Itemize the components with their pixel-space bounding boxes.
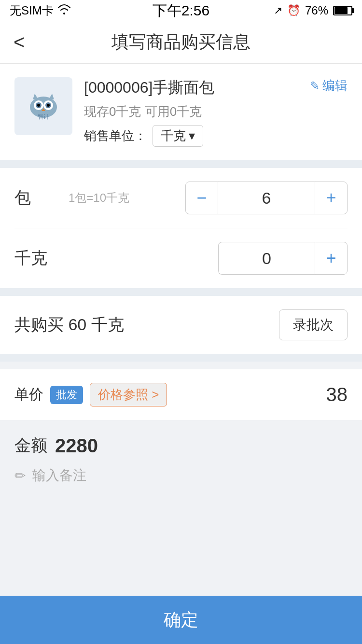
kg-input[interactable] [218, 242, 315, 275]
status-bar: 无SIM卡 下午2:56 ↗ ⏰ 76% [0, 0, 362, 21]
dropdown-arrow: ▾ [189, 128, 195, 143]
product-unit-row: 销售单位： 千克 ▾ [84, 125, 348, 147]
bao-input[interactable] [218, 182, 315, 214]
owl-logo: 智计 [26, 92, 61, 121]
bao-input-row: 包 1包=10千克 − + [14, 168, 348, 228]
svg-marker-8 [33, 94, 38, 99]
alarm-icon: ⏰ [287, 4, 300, 17]
confirm-bar[interactable]: 确定 [0, 596, 362, 644]
kg-input-row: 千克 + [14, 228, 348, 288]
price-value: 38 [326, 384, 348, 406]
svg-point-6 [47, 104, 50, 107]
unit-value: 千克 [161, 127, 186, 144]
divider-3 [0, 354, 362, 362]
bao-label: 包 [14, 187, 63, 209]
bao-controls: − + [185, 182, 348, 214]
price-label: 单价 [14, 385, 43, 405]
carrier-label: 无SIM卡 [10, 3, 54, 18]
input-section: 包 1包=10千克 − + 千克 + [0, 168, 362, 288]
svg-point-5 [37, 104, 40, 107]
location-icon: ↗ [274, 4, 282, 17]
divider-2 [0, 288, 362, 296]
batch-button[interactable]: 录批次 [279, 309, 348, 340]
svg-marker-9 [49, 94, 54, 99]
amount-label: 金额 [14, 434, 47, 457]
pencil-icon: ✏ [14, 468, 26, 484]
page-title: 填写商品购买信息 [111, 30, 251, 54]
edit-button[interactable]: ✎ 编辑 [310, 77, 348, 94]
amount-row: 金额 2280 [14, 434, 348, 457]
edit-icon: ✎ [310, 79, 320, 93]
confirm-label: 确定 [164, 608, 198, 632]
wifi-icon [57, 4, 71, 17]
amount-value: 2280 [55, 435, 98, 457]
amount-section: 金额 2280 ✏ 输入备注 [0, 420, 362, 494]
status-bar-left: 无SIM卡 [10, 3, 71, 18]
kg-controls: + [218, 242, 348, 275]
kg-increment-button[interactable]: + [315, 242, 348, 275]
bao-hint: 1包=10千克 [69, 190, 185, 206]
wholesale-tag: 批发 [50, 386, 83, 404]
divider-1 [0, 160, 362, 168]
nav-bar: < 填写商品购买信息 [0, 21, 362, 64]
product-card: 智计 [0000006]手撕面包 现存0千克 可用0千克 销售单位： 千克 ▾ … [0, 64, 362, 160]
back-button[interactable]: < [14, 31, 25, 53]
status-bar-right: ↗ ⏰ 76% [274, 4, 352, 17]
kg-label: 千克 [14, 247, 63, 269]
product-name: [0000006]手撕面包 [84, 77, 348, 98]
bottom-space [0, 494, 362, 601]
bao-increment-button[interactable]: + [315, 182, 348, 214]
total-label: 共购买 60 千克 [14, 314, 124, 336]
time-label: 下午2:56 [153, 1, 209, 21]
unit-label: 销售单位： [84, 127, 147, 144]
price-left: 单价 批发 价格参照 > [14, 383, 167, 406]
price-section: 单价 批发 价格参照 > 38 [0, 369, 362, 420]
battery-icon [333, 6, 352, 15]
bao-decrement-button[interactable]: − [185, 182, 218, 214]
remark-placeholder: 输入备注 [32, 466, 86, 485]
product-stock: 现存0千克 可用0千克 [84, 103, 348, 120]
product-image: 智计 [14, 77, 72, 135]
total-row: 共购买 60 千克 录批次 [0, 296, 362, 354]
unit-dropdown[interactable]: 千克 ▾ [153, 125, 203, 147]
edit-label: 编辑 [322, 77, 348, 94]
price-ref-button[interactable]: 价格参照 > [90, 383, 167, 406]
product-info: [0000006]手撕面包 现存0千克 可用0千克 销售单位： 千克 ▾ [84, 77, 348, 147]
svg-text:智计: 智计 [38, 113, 49, 120]
remark-row[interactable]: ✏ 输入备注 [14, 466, 348, 485]
battery-percent: 76% [305, 4, 328, 17]
